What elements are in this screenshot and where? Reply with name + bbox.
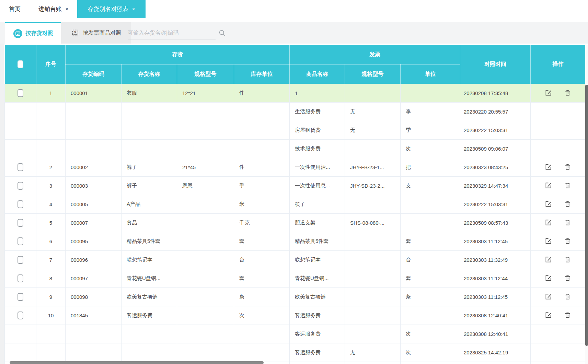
table-row[interactable]: 1 000001 衣服 12*21 件 1 20230208 17:35:48 <box>5 84 586 103</box>
cell-inventory-unit: 套 <box>234 269 290 288</box>
table-row[interactable]: 2 000002 裤子 21*45 件 一次性使用活... JHY-FB-23-… <box>5 158 586 177</box>
cell-inventory-code: 000098 <box>66 288 122 306</box>
row-checkbox-cell <box>5 140 36 158</box>
cell-inventory-spec <box>177 269 234 288</box>
view-tab-by-inventory[interactable]: 按存货对照 <box>5 22 61 44</box>
table-row[interactable]: 6 000095 精品茶具5件套 套 精品茶具5件套 套 20230303 11… <box>5 232 586 251</box>
delete-icon[interactable] <box>564 256 571 264</box>
edit-icon[interactable] <box>545 256 552 264</box>
cell-inventory-code <box>66 140 122 158</box>
cell-operations <box>531 195 586 214</box>
window-tab-inventory-alias[interactable]: 存货别名对照表 × <box>77 0 145 18</box>
header-compare-time: 对照时间 <box>460 45 531 84</box>
cell-inventory-spec <box>177 251 234 269</box>
cell-inventory-unit <box>234 343 290 362</box>
table-row[interactable]: 房屋租赁费 无 季 20230222 15:03:31 <box>5 121 586 140</box>
cell-invoice-name: 客运服务费 <box>290 343 345 362</box>
cell-seq <box>36 103 66 121</box>
cell-compare-time: 20230329 14:47:34 <box>460 177 531 195</box>
edit-icon[interactable] <box>545 238 552 245</box>
cell-inventory-spec: 21*45 <box>177 158 234 177</box>
row-checkbox[interactable] <box>18 89 23 97</box>
delete-icon[interactable] <box>564 201 571 208</box>
cell-inventory-name: 客运服务费 <box>122 306 177 325</box>
header-invoice-unit: 单位 <box>401 64 460 84</box>
table-header: 序号 存货 发票 对照时间 操作 存货编码 存货名称 规格型号 库存单位 商品名… <box>5 45 586 84</box>
cell-operations <box>531 121 586 140</box>
row-checkbox[interactable] <box>18 256 23 264</box>
cell-inventory-code: 001845 <box>66 306 122 325</box>
row-checkbox[interactable] <box>18 219 23 227</box>
cell-invoice-unit: 季 <box>401 121 460 140</box>
cell-invoice-name: 生活服务费 <box>290 103 345 121</box>
cell-invoice-name: 联想笔记本 <box>290 251 345 269</box>
edit-icon[interactable] <box>545 219 552 227</box>
row-checkbox-cell <box>5 158 36 177</box>
window-tab-home[interactable]: 首页 <box>0 0 30 18</box>
vertical-scrollbar-thumb[interactable] <box>585 85 588 346</box>
edit-icon[interactable] <box>545 201 552 208</box>
cell-inventory-code: 000003 <box>66 177 122 195</box>
table-row[interactable]: 5 000007 食品 千克 胆道支架 SHS-08-080-... 20230… <box>5 214 586 232</box>
toolbar: 按存货对照 ¥ 按发票商品对照 + 新增 批量删除 <box>0 22 588 44</box>
table-row[interactable]: 4 000005 A产品 米 筷子 20230222 15:03:31 <box>5 195 586 214</box>
delete-icon[interactable] <box>564 90 571 97</box>
table-row[interactable]: 8 000097 青花瓷U盘钢... 套 青花瓷U盘钢... 套 2023030… <box>5 269 586 288</box>
edit-icon[interactable] <box>545 182 552 190</box>
table-row[interactable]: 生活服务费 无 季 20230220 20:55:57 <box>5 103 586 121</box>
invoice-icon: ¥ <box>71 29 79 37</box>
row-checkbox[interactable] <box>18 274 23 282</box>
cell-seq: 1 <box>36 84 66 103</box>
close-icon[interactable]: × <box>65 7 68 12</box>
cell-invoice-unit: 台 <box>401 251 460 269</box>
table-row[interactable]: 10 001845 客运服务费 次 客运服务费 20230308 12:40:4… <box>5 306 586 325</box>
row-checkbox[interactable] <box>18 182 23 190</box>
cell-inventory-name <box>122 121 177 140</box>
row-checkbox[interactable] <box>18 312 23 319</box>
row-checkbox[interactable] <box>18 200 23 208</box>
horizontal-scrollbar-thumb[interactable] <box>10 361 264 364</box>
cell-inventory-spec <box>177 121 234 140</box>
edit-icon[interactable] <box>545 293 552 301</box>
cell-operations <box>531 158 586 177</box>
cell-invoice-spec <box>345 251 401 269</box>
table-row[interactable]: 技术服务费 次 20230509 09:06:07 <box>5 140 586 158</box>
delete-icon[interactable] <box>564 312 571 319</box>
delete-icon[interactable] <box>564 182 571 190</box>
table-row[interactable]: 客运服务费 无 次 20230325 14:42:19 <box>5 343 586 362</box>
cell-seq: 9 <box>36 288 66 306</box>
row-checkbox[interactable] <box>18 237 23 245</box>
tab-label: 进销台账 <box>38 5 62 13</box>
table-row[interactable]: 9 000098 欧美复古项链 条 欧美复古项链 条 20230303 11:1… <box>5 288 586 306</box>
delete-icon[interactable] <box>564 219 571 227</box>
cell-compare-time: 20230308 12:40:41 <box>460 306 531 325</box>
search-input[interactable] <box>128 26 216 39</box>
table-row[interactable]: 7 000096 联想笔记本 台 联想笔记本 台 20230303 11:32:… <box>5 251 586 269</box>
table-row[interactable]: 客运服务费 次 20230308 12:40:41 <box>5 325 586 343</box>
cell-invoice-unit: 套 <box>401 232 460 251</box>
header-checkbox-cell <box>5 45 36 84</box>
table-row[interactable]: 3 000003 裤子 恩恩 手 一次性使用息... JHY-SD-23-2..… <box>5 177 586 195</box>
delete-icon[interactable] <box>564 164 571 171</box>
edit-icon[interactable] <box>545 90 552 97</box>
row-checkbox[interactable] <box>18 163 23 171</box>
cell-invoice-spec: SHS-08-080-... <box>345 214 401 232</box>
select-all-checkbox[interactable] <box>18 60 23 68</box>
cell-invoice-name: 欧美复古项链 <box>290 288 345 306</box>
row-checkbox-cell <box>5 232 36 251</box>
cell-seq <box>36 343 66 362</box>
delete-icon[interactable] <box>564 275 571 282</box>
delete-icon[interactable] <box>564 238 571 245</box>
search-icon[interactable] <box>218 29 226 37</box>
row-checkbox[interactable] <box>18 293 23 301</box>
window-tab-ledger[interactable]: 进销台账 × <box>30 0 77 18</box>
view-tab-by-invoice[interactable]: ¥ 按发票商品对照 <box>61 22 131 44</box>
table-body: 1 000001 衣服 12*21 件 1 20230208 17:35:48 <box>5 84 586 364</box>
cell-inventory-spec <box>177 140 234 158</box>
close-icon[interactable]: × <box>132 7 135 12</box>
edit-icon[interactable] <box>545 312 552 319</box>
edit-icon[interactable] <box>545 275 552 282</box>
edit-icon[interactable] <box>545 164 552 171</box>
delete-icon[interactable] <box>564 293 571 301</box>
row-checkbox-cell <box>5 214 36 232</box>
